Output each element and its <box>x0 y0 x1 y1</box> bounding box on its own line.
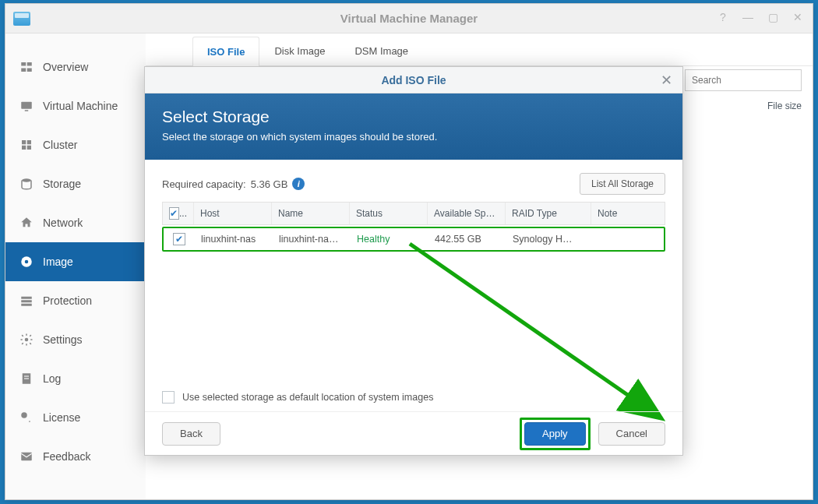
column-note[interactable]: Note <box>591 203 665 224</box>
default-checkbox[interactable] <box>162 391 175 404</box>
row-status: Healthy <box>351 234 428 245</box>
svg-rect-3 <box>27 69 32 72</box>
sidebar-item-license[interactable]: License <box>5 398 146 437</box>
sidebar-item-label: Virtual Machine <box>43 100 118 112</box>
svg-point-20 <box>21 412 27 418</box>
tabs: ISO File Disk Image DSM Image <box>146 33 813 66</box>
svg-rect-0 <box>21 62 26 66</box>
sidebar-item-label: Network <box>43 217 83 229</box>
required-capacity-value: 5.36 GB <box>251 178 288 190</box>
settings-icon <box>19 333 33 347</box>
sidebar-item-label: Settings <box>43 333 83 346</box>
svg-rect-7 <box>27 140 31 144</box>
window-title: Virtual Machine Manager <box>5 12 813 25</box>
svg-point-12 <box>25 260 29 264</box>
back-button[interactable]: Back <box>162 422 220 446</box>
titlebar: Virtual Machine Manager ? — ▢ ✕ <box>5 4 813 33</box>
column-name[interactable]: Name <box>272 203 350 224</box>
sidebar-item-label: Overview <box>43 61 88 73</box>
sidebar-item-label: Feedback <box>43 450 90 463</box>
svg-rect-5 <box>25 110 29 111</box>
sidebar-item-label: Storage <box>43 178 81 190</box>
info-icon[interactable]: i <box>292 178 305 190</box>
toolbar <box>685 69 802 91</box>
default-location-label: Use selected storage as default location… <box>182 392 433 403</box>
modal-hero-title: Select Storage <box>162 107 665 126</box>
search-input[interactable] <box>685 69 802 91</box>
row-available: 442.55 GB <box>428 234 506 245</box>
column-host[interactable]: Host <box>194 203 272 224</box>
app-window: Virtual Machine Manager ? — ▢ ✕ Overview… <box>5 3 813 500</box>
required-capacity-row: Required capacity: 5.36 GB i List All St… <box>162 171 665 197</box>
row-host: linuxhint-nas <box>195 234 273 245</box>
tab-iso-file[interactable]: ISO File <box>192 37 259 66</box>
background-column-headers: File size <box>767 100 802 111</box>
close-button[interactable]: ✕ <box>788 9 808 26</box>
svg-rect-14 <box>21 300 32 302</box>
sidebar-item-cluster[interactable]: Cluster <box>5 125 146 164</box>
help-button[interactable]: ? <box>713 9 733 26</box>
svg-rect-13 <box>21 297 32 299</box>
modal-body: Required capacity: 5.36 GB i List All St… <box>145 160 682 252</box>
tab-dsm-image[interactable]: DSM Image <box>340 36 423 65</box>
maximize-button[interactable]: ▢ <box>763 9 783 26</box>
required-capacity-label: Required capacity: <box>162 178 246 190</box>
svg-rect-8 <box>22 146 26 150</box>
cancel-button[interactable]: Cancel <box>598 422 665 446</box>
svg-point-16 <box>25 338 29 342</box>
column-available[interactable]: Available Sp… <box>428 203 506 224</box>
storage-row[interactable]: linuxhint-nas linuxhint-na… Healthy 442.… <box>162 227 665 252</box>
list-all-storage-button[interactable]: List All Storage <box>580 173 665 195</box>
svg-rect-4 <box>21 102 32 109</box>
sidebar-item-protection[interactable]: Protection <box>5 281 146 320</box>
sidebar-item-label: Image <box>43 256 73 268</box>
cluster-icon <box>19 138 33 152</box>
sidebar-item-label: License <box>43 411 80 424</box>
svg-rect-9 <box>27 146 31 150</box>
sidebar-item-log[interactable]: Log <box>5 359 146 398</box>
sidebar-item-overview[interactable]: Overview <box>5 48 146 86</box>
sidebar-item-label: Cluster <box>43 139 77 151</box>
modal-close-button[interactable]: ✕ <box>658 72 675 89</box>
modal-hero-subtitle: Select the storage on which system image… <box>162 131 665 143</box>
row-raid: Synology H… <box>506 234 592 245</box>
default-location-row[interactable]: Use selected storage as default location… <box>162 391 433 404</box>
modal-titlebar: Add ISO File ✕ <box>145 67 682 93</box>
sidebar-item-image[interactable]: Image <box>5 242 146 281</box>
sidebar-item-feedback[interactable]: Feedback <box>5 437 146 476</box>
sidebar-item-settings[interactable]: Settings <box>5 320 146 359</box>
modal-title-text: Add ISO File <box>381 74 446 86</box>
modal-hero: Select Storage Select the storage on whi… <box>145 93 682 160</box>
column-file-size: File size <box>767 100 802 111</box>
sidebar-item-network[interactable]: Network <box>5 203 146 242</box>
row-name: linuxhint-na… <box>273 234 351 245</box>
log-icon <box>19 372 33 386</box>
svg-rect-6 <box>22 140 26 144</box>
svg-rect-15 <box>21 304 32 306</box>
storage-icon <box>19 177 33 191</box>
modal-footer: Back Apply Cancel <box>145 411 682 455</box>
row-checkbox[interactable] <box>173 233 185 245</box>
window-controls: ? — ▢ ✕ <box>713 9 808 26</box>
svg-rect-1 <box>27 62 32 66</box>
svg-rect-21 <box>21 453 32 461</box>
overview-icon <box>19 60 33 74</box>
minimize-button[interactable]: — <box>738 9 758 26</box>
sidebar-item-storage[interactable]: Storage <box>5 164 146 203</box>
image-icon <box>19 255 33 269</box>
network-icon <box>19 216 33 230</box>
sidebar-item-label: Log <box>43 372 61 385</box>
tab-label: ISO File <box>207 46 245 58</box>
sidebar-item-virtual-machine[interactable]: Virtual Machine <box>5 86 146 125</box>
tab-label: DSM Image <box>354 45 408 57</box>
column-raid[interactable]: RAID Type <box>506 203 591 224</box>
column-status[interactable]: Status <box>350 203 428 224</box>
apply-highlight: Apply <box>520 418 591 450</box>
add-iso-modal: Add ISO File ✕ Select Storage Select the… <box>144 66 683 456</box>
column-checkbox[interactable]: ... <box>163 203 194 224</box>
apply-button[interactable]: Apply <box>524 422 586 446</box>
tab-label: Disk Image <box>274 45 325 57</box>
svg-point-10 <box>22 178 31 182</box>
tab-disk-image[interactable]: Disk Image <box>259 36 340 65</box>
sidebar-item-label: Protection <box>43 294 92 307</box>
